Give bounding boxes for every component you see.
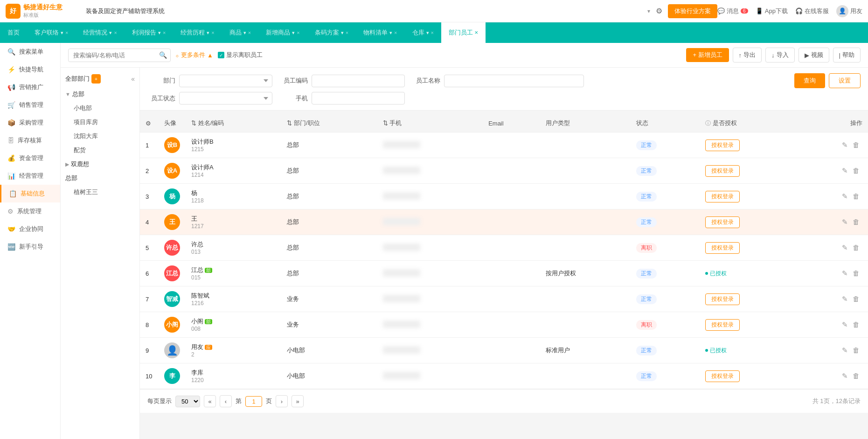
th-name[interactable]: ⇅ 姓名/编码 (186, 114, 281, 132)
trial-button[interactable]: 体验行业方案 (668, 4, 717, 18)
th-phone[interactable]: ⇅ 手机 (377, 114, 483, 132)
help-button[interactable]: | 帮助 (833, 48, 861, 63)
row-index: 3 (140, 184, 159, 209)
auth-button[interactable]: 授权登录 (705, 191, 740, 202)
settings-icon[interactable]: ⚙ (656, 7, 662, 15)
dept-node-general[interactable]: ▼总部 (61, 87, 139, 101)
delete-button[interactable]: 🗑 (853, 218, 860, 226)
row-phone-cell (377, 338, 483, 363)
emp-name-input[interactable] (444, 75, 584, 87)
dept-node-dual[interactable]: ▶双鹿想 (61, 157, 139, 171)
tab-goods[interactable]: 商品 ▾× (222, 22, 258, 43)
th-email: Email (483, 114, 540, 132)
auth-button[interactable]: 授权登录 (705, 319, 740, 331)
system-dropdown-icon[interactable]: ▾ (647, 8, 650, 14)
sidebar-item-guide[interactable]: 🆕 新手引导 (0, 238, 60, 256)
edit-button[interactable]: ✎ (842, 167, 848, 174)
show-resigned-checkbox[interactable]: ✓ 显示离职员工 (218, 51, 263, 59)
delete-button[interactable]: 🗑 (853, 269, 860, 277)
next-page-button[interactable]: › (276, 395, 288, 407)
edit-button[interactable]: ✎ (842, 372, 848, 380)
export-button[interactable]: ↑ 导出 (733, 48, 762, 63)
tab-customer[interactable]: 客户联络 ▾× (27, 22, 76, 43)
status-badge: 正常 (636, 192, 657, 202)
tab-profit[interactable]: 利润报告 ▾× (125, 22, 173, 43)
phone-input[interactable] (312, 92, 405, 105)
dept-node-plant[interactable]: 植树王三 (61, 185, 139, 199)
edit-button[interactable]: ✎ (842, 192, 848, 200)
sidebar-item-search[interactable]: 🔍 搜索菜单 (0, 43, 60, 61)
last-page-button[interactable]: » (292, 395, 304, 407)
sidebar-item-basic[interactable]: 📋 基础信息 (0, 185, 60, 202)
th-settings[interactable]: ⚙ (140, 114, 159, 132)
auth-button[interactable]: 授权登录 (705, 139, 740, 151)
dept-node-project[interactable]: 项目库房 (61, 115, 139, 129)
dept-node-small-elec[interactable]: 小电部 (61, 101, 139, 115)
current-page-input[interactable] (245, 396, 262, 407)
dept-node-distribution[interactable]: 配货 (61, 143, 139, 157)
tab-process[interactable]: 经营历程 ▾× (173, 22, 222, 43)
sidebar-item-system[interactable]: ⚙ 系统管理 (0, 202, 60, 220)
purchase-icon: 📦 (7, 119, 15, 126)
emp-code-input[interactable] (312, 75, 405, 87)
tab-barcode[interactable]: 条码方案 ▾× (307, 22, 356, 43)
auth-button[interactable]: 授权登录 (705, 165, 740, 177)
first-page-button[interactable]: « (204, 395, 216, 407)
sidebar-item-cooperation[interactable]: 🤝 企业协同 (0, 220, 60, 238)
auth-button[interactable]: 授权登录 (705, 242, 740, 254)
import-button[interactable]: ↓ 导入 (765, 48, 795, 63)
page-size-select[interactable]: 50 (175, 396, 200, 407)
edit-button[interactable]: ✎ (842, 295, 848, 303)
edit-button[interactable]: ✎ (842, 218, 848, 226)
total-info: 共 1页，12条记录 (812, 397, 861, 405)
edit-button[interactable]: ✎ (842, 346, 848, 354)
sidebar-item-purchase[interactable]: 📦 采购管理 (0, 114, 60, 132)
sidebar-item-shortcut[interactable]: ⚡ 快捷导航 (0, 61, 60, 78)
dept-node-hq[interactable]: 总部 (61, 171, 139, 185)
view-button[interactable]: ▶ 视频 (799, 48, 829, 63)
user-avatar[interactable]: 👤 用友 (836, 5, 862, 17)
dept-node-shenyang[interactable]: 沈阳大库 (61, 129, 139, 143)
auth-button[interactable]: 授权登录 (705, 293, 740, 305)
set-button[interactable]: 设置 (829, 73, 861, 88)
dept-tree-collapse-icon[interactable]: « (131, 75, 135, 83)
delete-button[interactable]: 🗑 (853, 321, 860, 328)
edit-button[interactable]: ✎ (842, 244, 848, 251)
delete-button[interactable]: 🗑 (853, 372, 860, 380)
auth-button[interactable]: 授权登录 (705, 370, 740, 382)
sidebar-item-finance[interactable]: 💰 资金管理 (0, 149, 60, 167)
dept-select[interactable] (179, 75, 272, 87)
tab-operation[interactable]: 经营情况 ▾× (76, 22, 124, 43)
dept-add-icon[interactable]: + (91, 74, 101, 84)
app-download-button[interactable]: 📱 App下载 (756, 7, 788, 15)
edit-button[interactable]: ✎ (842, 141, 848, 149)
delete-button[interactable]: 🗑 (853, 244, 860, 251)
delete-button[interactable]: 🗑 (853, 192, 860, 200)
edit-button[interactable]: ✎ (842, 269, 848, 277)
edit-button[interactable]: ✎ (842, 321, 848, 328)
message-button[interactable]: 💬 消息 6 (717, 7, 748, 15)
tab-new-goods[interactable]: 新增商品 ▾× (258, 22, 307, 43)
prev-page-button[interactable]: ‹ (220, 395, 232, 407)
sidebar-item-operation[interactable]: 📊 经营管理 (0, 167, 60, 185)
tab-material[interactable]: 物料清单 ▾× (356, 22, 404, 43)
auth-button[interactable]: 授权登录 (705, 216, 740, 228)
tab-warehouse[interactable]: 仓库 ▾× (405, 22, 441, 43)
search-input[interactable] (68, 49, 171, 62)
add-employee-button[interactable]: + 新增员工 (686, 48, 729, 62)
more-conditions-button[interactable]: ⬦ 更多条件 ▲ (175, 51, 213, 59)
delete-button[interactable]: 🗑 (853, 295, 860, 303)
online-service-button[interactable]: 🎧 在线客服 (795, 7, 829, 15)
emp-status-select[interactable] (179, 92, 272, 105)
sidebar-item-inventory[interactable]: 🗄 库存核算 (0, 132, 60, 149)
row-status-cell: 离职 (631, 312, 700, 338)
sidebar-item-marketing[interactable]: 📢 营销推广 (0, 78, 60, 96)
delete-button[interactable]: 🗑 (853, 167, 860, 174)
query-button[interactable]: 查询 (794, 73, 825, 88)
delete-button[interactable]: 🗑 (853, 346, 860, 354)
tab-home[interactable]: 首页 (0, 22, 27, 43)
delete-button[interactable]: 🗑 (853, 141, 860, 149)
th-dept[interactable]: ⇅ 部门/职位 (281, 114, 377, 132)
tab-department[interactable]: 部门员工 × (441, 22, 486, 43)
sidebar-item-sales[interactable]: 🛒 销售管理 (0, 96, 60, 114)
